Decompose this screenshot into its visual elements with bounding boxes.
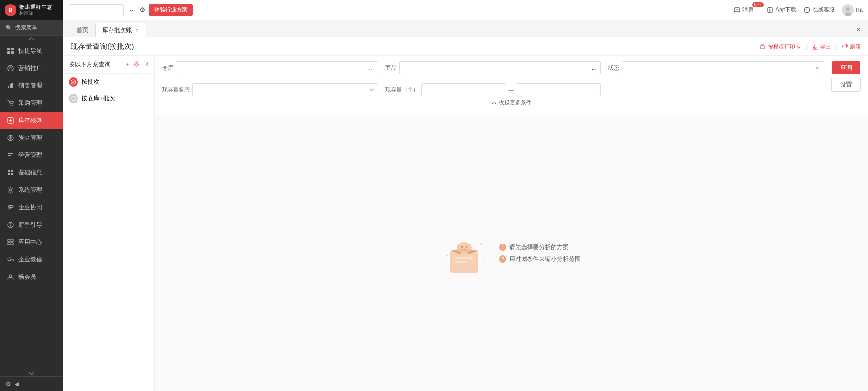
product-input[interactable]: … bbox=[399, 61, 601, 74]
experience-btn[interactable]: 体验行业方案 bbox=[149, 4, 193, 16]
quick-nav-icon bbox=[6, 47, 15, 55]
sales-icon bbox=[6, 81, 15, 90]
sidebar-item-system[interactable]: 系统管理 bbox=[0, 181, 63, 199]
main-area: ⚙ 体验行业方案 消息 99+ App下载 在线客服 Rit bbox=[63, 0, 868, 391]
topbar-gear-btn[interactable]: ⚙ bbox=[139, 6, 145, 14]
search-icon: 🔍 bbox=[5, 25, 12, 31]
sidebar-item-basic[interactable]: 基础信息 bbox=[0, 164, 63, 181]
topbar-search-input[interactable] bbox=[69, 4, 124, 16]
warehouse-dots[interactable]: … bbox=[368, 65, 374, 71]
svg-rect-12 bbox=[8, 153, 13, 154]
empty-content: 1 请先选择要分析的方案 2 用过滤条件来缩小分析范围 bbox=[442, 230, 581, 276]
sidebar-item-operations[interactable]: 经营管理 bbox=[0, 147, 63, 164]
stock-status-select[interactable] bbox=[192, 83, 378, 96]
stock-qty-min-input[interactable] bbox=[421, 83, 506, 96]
sidebar-item-quick-nav[interactable]: 快捷导航 bbox=[0, 42, 63, 60]
sidebar-item-label: 应用中心 bbox=[18, 238, 42, 246]
tab-close-btn[interactable]: × bbox=[135, 27, 139, 33]
enterprise-icon bbox=[6, 203, 15, 212]
sidebar-item-finance[interactable]: 资金管理 bbox=[0, 129, 63, 147]
page-actions: 按模板打印 | 导出 | 刷新 bbox=[759, 43, 861, 51]
svg-rect-3 bbox=[11, 51, 14, 54]
svg-rect-16 bbox=[11, 170, 13, 172]
sidebar-item-marketing[interactable]: 营销推广 bbox=[0, 60, 63, 77]
sidebar-nav: 快捷导航 营销推广 销售管理 采购管理 库存核算 bbox=[0, 42, 63, 370]
scroll-up-arrow[interactable] bbox=[0, 36, 63, 42]
close-all-tabs-btn[interactable]: × bbox=[857, 26, 861, 34]
collapse-left-panel-btn[interactable]: 《 bbox=[143, 60, 149, 69]
topbar-dropdown-btn[interactable] bbox=[127, 5, 136, 14]
search-label: 搜索菜单 bbox=[15, 24, 37, 32]
template-print-btn[interactable]: 按模板打印 bbox=[759, 43, 801, 51]
sidebar-item-member[interactable]: 畅会员 bbox=[0, 268, 63, 286]
export-btn[interactable]: 导出 bbox=[812, 43, 831, 51]
scheme-by-batch[interactable]: 按批次 bbox=[63, 74, 154, 90]
left-panel-title: 按以下方案查询 bbox=[69, 60, 110, 69]
sidebar-item-label: 快捷导航 bbox=[18, 47, 42, 55]
app-download-btn[interactable]: App下载 bbox=[766, 6, 796, 14]
query-btn[interactable]: 查询 bbox=[832, 61, 860, 74]
status-label: 状态 bbox=[608, 64, 619, 72]
svg-point-32 bbox=[804, 7, 810, 13]
warehouse-label: 仓库 bbox=[162, 64, 173, 72]
app-center-icon bbox=[6, 238, 15, 246]
marketing-icon bbox=[6, 64, 15, 72]
scheme-settings-btn[interactable] bbox=[133, 61, 140, 69]
product-label: 商品 bbox=[385, 64, 396, 72]
empty-state: 1 请先选择要分析的方案 2 用过滤条件来缩小分析范围 bbox=[155, 115, 868, 391]
sidebar-item-enterprise[interactable]: 企业协同 bbox=[0, 199, 63, 216]
svg-rect-24 bbox=[11, 239, 13, 242]
tip-text-1: 请先选择要分析的方案 bbox=[509, 243, 569, 251]
settings-btn[interactable]: 设置 bbox=[831, 78, 861, 92]
online-service-btn[interactable]: 在线客服 bbox=[803, 6, 835, 14]
sidebar-item-app-center[interactable]: 应用中心 bbox=[0, 234, 63, 251]
product-dots[interactable]: … bbox=[591, 65, 597, 71]
stock-status-label: 现存量状态 bbox=[162, 86, 190, 94]
svg-rect-1 bbox=[11, 48, 14, 50]
product-field: 商品 … bbox=[385, 61, 601, 74]
sidebar-item-label: 企业微信 bbox=[18, 255, 42, 264]
collapse-more-btn[interactable]: 收起更多条件 bbox=[162, 96, 861, 109]
svg-point-45 bbox=[466, 246, 467, 248]
search-menu[interactable]: 🔍 搜索菜单 bbox=[0, 20, 63, 36]
svg-rect-2 bbox=[7, 51, 10, 54]
sidebar-item-purchase[interactable]: 采购管理 bbox=[0, 94, 63, 112]
svg-rect-17 bbox=[8, 173, 10, 175]
collapse-icon[interactable]: ◀ bbox=[15, 380, 19, 387]
messages-btn[interactable]: 消息 99+ bbox=[733, 6, 759, 14]
sidebar-item-inventory[interactable]: 库存核算 bbox=[0, 112, 63, 129]
status-select[interactable] bbox=[622, 61, 824, 74]
tip-num-2: 2 bbox=[499, 255, 506, 263]
sidebar-item-enterprise-wechat[interactable]: 企业微信 bbox=[0, 251, 63, 268]
filter-row-2: 现存量状态 现存量（主） bbox=[162, 83, 824, 96]
online-service-label: 在线客服 bbox=[813, 6, 835, 14]
scheme-by-warehouse-batch[interactable]: 按仓库+批次 bbox=[63, 90, 154, 107]
template-print-label: 按模板打印 bbox=[768, 43, 795, 51]
svg-rect-14 bbox=[8, 157, 12, 157]
svg-rect-18 bbox=[11, 173, 13, 175]
tab-home-label: 首页 bbox=[77, 26, 88, 34]
scheme-by-batch-label: 按批次 bbox=[82, 78, 99, 86]
settings-icon[interactable]: ⚙ bbox=[5, 380, 11, 387]
scroll-down-arrow[interactable] bbox=[0, 370, 63, 376]
tab-batch-account[interactable]: 库存批次账 × bbox=[95, 23, 146, 37]
app-name-block: 畅康通好生意 标准版 bbox=[19, 4, 52, 16]
svg-point-4 bbox=[8, 65, 13, 71]
refresh-btn[interactable]: 刷新 bbox=[841, 43, 861, 51]
warehouse-input[interactable]: … bbox=[176, 61, 378, 74]
empty-tip-2: 2 用过滤条件来缩小分析范围 bbox=[499, 255, 581, 263]
sidebar-item-guide[interactable]: 新手引导 bbox=[0, 216, 63, 234]
svg-rect-15 bbox=[8, 170, 10, 172]
stock-qty-max-input[interactable] bbox=[516, 83, 601, 96]
sidebar-item-sales[interactable]: 销售管理 bbox=[0, 77, 63, 94]
svg-rect-46 bbox=[455, 257, 473, 259]
filter-area: 仓库 … 商品 … bbox=[155, 56, 868, 115]
enterprise-wechat-icon bbox=[6, 255, 15, 264]
app-logo: B bbox=[5, 4, 16, 16]
tab-home[interactable]: 首页 bbox=[70, 23, 95, 37]
add-scheme-btn[interactable]: ＋ bbox=[124, 60, 131, 69]
user-avatar-btn[interactable]: Rit bbox=[842, 4, 863, 16]
sidebar-item-label: 营销推广 bbox=[18, 64, 42, 72]
basic-icon bbox=[6, 168, 15, 177]
scheme-icon-active bbox=[69, 77, 78, 87]
